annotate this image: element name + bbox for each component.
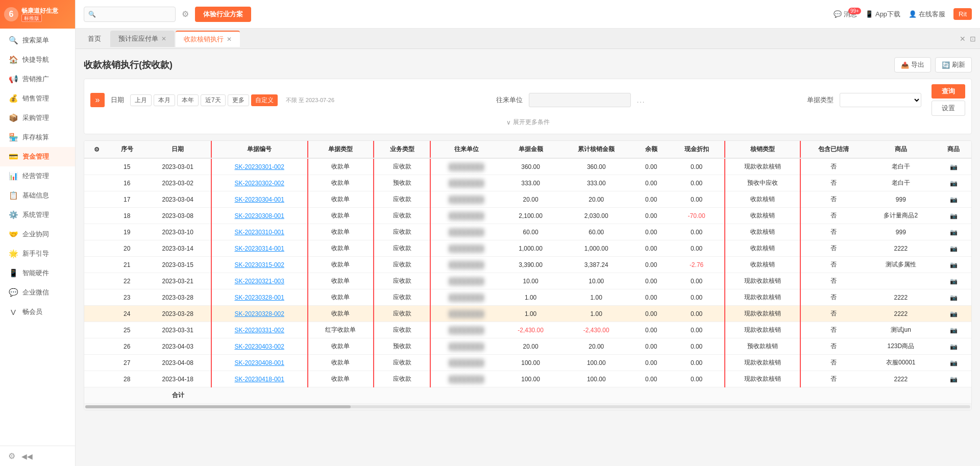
col-balance: 余额 [633,141,669,158]
solution-button[interactable]: 体验行业方案 [195,7,251,22]
bill-no-link[interactable]: SK-20230408-001 [235,359,284,366]
cell-bill-no[interactable]: SK-20230408-001 [211,355,308,371]
sidebar-item-purchase[interactable]: 📦 采购管理 [0,108,75,128]
bill-no-link[interactable]: SK-20230328-002 [235,310,284,317]
settings-gear-icon[interactable]: ⚙ [8,451,15,461]
cell-bill-no[interactable]: SK-20230302-002 [211,175,308,191]
filter-date-buttons: 上月 本月 本年 近7天 更多 自定义 [130,94,278,106]
refresh-icon: 🔄 [942,61,950,69]
filter-query-button[interactable]: 查询 [932,84,965,99]
tab-prepay-close[interactable]: ✕ [161,35,166,42]
filter-toggle-button[interactable]: » [90,93,105,107]
sidebar-bottom: ⚙ ◀◀ [0,446,75,466]
export-button[interactable]: 📤 导出 [894,57,931,72]
cell-bill-amount: 3,390.00 [502,257,559,273]
cell-balance: 0.00 [633,355,669,371]
filter-this-month-btn[interactable]: 本月 [154,94,175,106]
bill-no-link[interactable]: SK-20230310-001 [235,229,284,236]
cell-date: 2023-04-08 [145,355,211,371]
online-service-button[interactable]: 👤 在线客服 [909,10,945,19]
sidebar-item-search[interactable]: 🔍 搜索菜单 [0,31,75,50]
sidebar-item-enterprise[interactable]: 🤝 企业协同 [0,225,75,244]
bill-no-link[interactable]: SK-20230304-001 [235,196,284,203]
refresh-button[interactable]: 🔄 刷新 [935,57,972,72]
cell-product: 999 [866,191,936,208]
table-row: 232023-03-28SK-20230328-001收款单应收款███████… [84,289,971,306]
cell-verify-type: 现款收款核销 [725,322,801,338]
bill-no-link[interactable]: SK-20230301-002 [235,163,284,170]
table-row: 162023-03-02SK-20230302-002收款单预收款███████… [84,175,971,191]
sidebar-item-hardware[interactable]: 📱 智能硬件 [0,263,75,283]
sidebar-item-wechat[interactable]: 💬 企业微信 [0,283,75,302]
sidebar-item-shortcut[interactable]: 🏠 快捷导航 [0,50,75,69]
bill-no-link[interactable]: SK-20230328-001 [235,294,284,301]
filter-7days-btn[interactable]: 近7天 [201,94,226,106]
scrollbar-thumb[interactable] [85,405,351,408]
bill-no-link[interactable]: SK-20230302-002 [235,180,284,187]
cell-bill-no[interactable]: SK-20230304-001 [211,191,308,208]
sidebar-item-operations[interactable]: 📊 经营管理 [0,166,75,186]
col-gear[interactable]: ⚙ [84,141,109,158]
bill-no-link[interactable]: SK-20230308-001 [235,212,284,219]
bill-no-link[interactable]: SK-20230314-001 [235,245,284,252]
bill-no-link[interactable]: SK-20230418-001 [235,376,284,383]
filter-settings-button[interactable]: 设置 [932,101,965,116]
cell-total-verify: 1.00 [559,306,633,322]
collapse-icon[interactable]: ◀◀ [21,452,33,460]
sidebar-item-marketing[interactable]: 📢 营销推广 [0,69,75,89]
horizontal-scrollbar[interactable] [84,404,971,410]
messages-button[interactable]: 💬 消息 99+ [834,10,857,19]
filter-expand-row[interactable]: ∨ 展开更多条件 [90,116,965,129]
tab-home[interactable]: 首页 [80,31,109,47]
filter-custom-btn[interactable]: 自定义 [251,94,278,106]
topbar-search-box[interactable]: 🔍 [84,7,176,22]
tab-receipt-verify[interactable]: 收款核销执行 ✕ [176,31,240,47]
cell-bill-no[interactable]: SK-20230328-001 [211,289,308,306]
sidebar-item-label: 销售管理 [22,94,49,103]
cell-bill-no[interactable]: SK-20230301-002 [211,158,308,175]
topbar-gear-icon[interactable]: ⚙ [182,9,189,19]
cell-product2: 📷 [936,257,971,273]
cell-gear [84,257,109,273]
cell-bill-no[interactable]: SK-20230321-003 [211,273,308,289]
bill-no-link[interactable]: SK-20230403-002 [235,343,284,350]
cell-bill-no[interactable]: SK-20230403-002 [211,338,308,355]
cell-bill-no[interactable]: SK-20230308-001 [211,208,308,224]
cell-bill-no[interactable]: SK-20230418-001 [211,371,308,387]
cell-num: 27 [109,355,145,371]
app-download-button[interactable]: 📱 App下载 [865,10,900,19]
cell-bill-no[interactable]: SK-20230310-001 [211,224,308,240]
sidebar-item-guide[interactable]: 🌟 新手引导 [0,244,75,263]
cell-num: 17 [109,191,145,208]
cell-bill-no[interactable]: SK-20230328-002 [211,306,308,322]
sidebar-item-member[interactable]: V 畅会员 [0,302,75,322]
tab-receipt-verify-close[interactable]: ✕ [227,36,232,43]
tab-close-all-icon[interactable]: ✕ [960,35,966,43]
service-label: 在线客服 [919,10,945,19]
filter-last-month-btn[interactable]: 上月 [130,94,152,106]
bill-no-link[interactable]: SK-20230321-003 [235,278,284,285]
bill-no-link[interactable]: SK-20230315-002 [235,261,284,268]
cell-bill-no[interactable]: SK-20230315-002 [211,257,308,273]
sidebar-item-finance[interactable]: 💳 资金管理 [0,147,75,166]
cell-bill-no[interactable]: SK-20230314-001 [211,240,308,257]
filter-partner-input[interactable] [529,93,631,107]
cell-cash-discount: -70.00 [669,208,725,224]
chevron-down-icon: ∨ [506,119,511,126]
tab-expand-icon[interactable]: ⊡ [970,35,976,43]
user-avatar[interactable]: Rit [953,8,972,20]
filter-more-btn[interactable]: 更多 [228,94,249,106]
bill-no-link[interactable]: SK-20230331-002 [235,327,284,334]
total-cell [559,387,633,404]
sidebar-item-basic[interactable]: 📋 基础信息 [0,186,75,205]
cell-bill-no[interactable]: SK-20230331-002 [211,322,308,338]
filter-bill-type-select[interactable] [840,93,921,107]
cell-gear [84,224,109,240]
sidebar-item-sales[interactable]: 💰 销售管理 [0,89,75,108]
sidebar-item-system[interactable]: ⚙️ 系统管理 [0,205,75,225]
cell-partner: ████████ [430,289,502,306]
cell-biz-type: 应收款 [374,355,430,371]
tab-prepay[interactable]: 预计应应付单 ✕ [110,31,175,47]
sidebar-item-inventory[interactable]: 🏪 库存核算 [0,128,75,147]
filter-this-year-btn[interactable]: 本年 [177,94,199,106]
